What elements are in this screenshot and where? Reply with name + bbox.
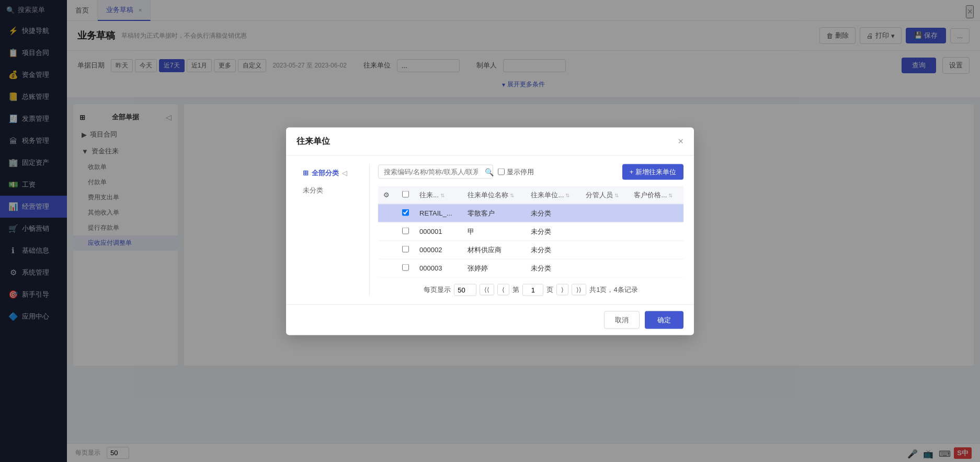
page-number-input[interactable]: [522, 284, 543, 296]
col-ops-header: ⚙: [378, 186, 397, 204]
row-category: 未分类: [526, 204, 580, 222]
modal-category-unclassified[interactable]: 未分类: [297, 182, 369, 198]
row-checkbox[interactable]: [402, 227, 409, 234]
modal-pagination: 每页显示 50 ⟨⟨ ⟨ 第 页 ⟩ ⟩⟩ 共1页，4条记录: [378, 284, 683, 296]
prev-page-button[interactable]: ⟨: [497, 284, 509, 296]
confirm-button[interactable]: 确定: [645, 311, 683, 329]
col-name-header: 往来单位名称⇅: [462, 186, 526, 204]
row-manager: [580, 204, 629, 222]
row-manager: [580, 259, 629, 277]
row-price: [629, 222, 683, 241]
modal-title: 往来单位: [297, 136, 330, 147]
row-num: [397, 259, 414, 277]
table-row[interactable]: RETAIL_... 零散客户 未分类: [378, 204, 683, 222]
add-partner-button[interactable]: + 新增往来单位: [622, 164, 683, 179]
per-page-label: 每页显示: [424, 285, 451, 295]
next-page-button[interactable]: ⟩: [556, 284, 568, 296]
per-page-select[interactable]: 50: [454, 284, 476, 296]
row-ops: [378, 241, 397, 259]
modal-header: 往来单位 ×: [286, 127, 694, 155]
modal-category-label: 未分类: [303, 186, 323, 194]
row-num: [397, 241, 414, 259]
row-name: 材料供应商: [462, 241, 526, 259]
row-ops: [378, 222, 397, 241]
modal-table-head: ⚙ 往来...⇅ 往来单位名称⇅ 往来单位...⇅ 分管人员⇅ 客户价格...⇅: [378, 186, 683, 204]
total-records-label: 共1页，4条记录: [589, 285, 637, 295]
show-disabled-checkbox[interactable]: [498, 168, 505, 175]
col-manager-header: 分管人员⇅: [580, 186, 629, 204]
page-of-label: 第: [512, 285, 519, 295]
page-unit-label: 页: [546, 285, 553, 295]
row-code: 000003: [414, 259, 462, 277]
table-row[interactable]: 000002 材料供应商 未分类: [378, 241, 683, 259]
col-category-header: 往来单位...⇅: [526, 186, 580, 204]
col-price-header: 客户价格...⇅: [629, 186, 683, 204]
row-category: 未分类: [526, 241, 580, 259]
modal-category-sidebar: ⊞ 全部分类 ◁ 未分类: [297, 164, 370, 296]
row-ops: [378, 204, 397, 222]
modal-sidebar-collapse[interactable]: ◁: [342, 169, 347, 177]
cancel-button[interactable]: 取消: [604, 311, 640, 329]
col-code-header: 往来...⇅: [414, 186, 462, 204]
row-num: [397, 204, 414, 222]
select-all-checkbox[interactable]: [402, 190, 409, 197]
row-checkbox[interactable]: [402, 264, 409, 271]
row-name: 零散客户: [462, 204, 526, 222]
modal-table: ⚙ 往来...⇅ 往来单位名称⇅ 往来单位...⇅ 分管人员⇅ 客户价格...⇅: [378, 186, 683, 277]
modal-search-input[interactable]: [378, 165, 493, 179]
row-ops: [378, 259, 397, 277]
row-category: 未分类: [526, 259, 580, 277]
modal-sidebar-header: ⊞ 全部分类 ◁: [297, 164, 369, 182]
grid-icon: ⊞: [303, 169, 309, 177]
row-price: [629, 204, 683, 222]
row-code: 000001: [414, 222, 462, 241]
modal-close-button[interactable]: ×: [678, 136, 683, 147]
last-page-button[interactable]: ⟩⟩: [572, 284, 586, 296]
row-price: [629, 241, 683, 259]
show-disabled-label: 显示停用: [498, 167, 534, 176]
modal-search-icon: 🔍: [485, 167, 494, 176]
row-num: [397, 222, 414, 241]
table-row[interactable]: 000003 张婷婷 未分类: [378, 259, 683, 277]
modal-toolbar: 🔍 显示停用 + 新增往来单位: [378, 164, 683, 179]
table-row[interactable]: 000001 甲 未分类: [378, 222, 683, 241]
modal-search-wrap: 🔍 显示停用: [378, 165, 534, 179]
row-category: 未分类: [526, 222, 580, 241]
modal-table-wrap: ⚙ 往来...⇅ 往来单位名称⇅ 往来单位...⇅ 分管人员⇅ 客户价格...⇅: [378, 186, 683, 277]
row-code: RETAIL_...: [414, 204, 462, 222]
row-checkbox[interactable]: [402, 209, 409, 216]
row-code: 000002: [414, 241, 462, 259]
row-name: 张婷婷: [462, 259, 526, 277]
modal-content: 🔍 显示停用 + 新增往来单位 ⚙ 往来...⇅ 往来单位名: [370, 164, 683, 296]
partner-modal: 往来单位 × ⊞ 全部分类 ◁ 未分类 🔍 显示停用: [286, 127, 694, 335]
row-manager: [580, 222, 629, 241]
modal-table-body: RETAIL_... 零散客户 未分类 000001: [378, 204, 683, 277]
modal-footer: 取消 确定: [286, 304, 694, 335]
col-check-header: [397, 186, 414, 204]
row-price: [629, 259, 683, 277]
row-manager: [580, 241, 629, 259]
first-page-button[interactable]: ⟨⟨: [480, 284, 494, 296]
row-checkbox[interactable]: [402, 245, 409, 252]
modal-body: ⊞ 全部分类 ◁ 未分类 🔍 显示停用 + 新增往来单位: [286, 155, 694, 304]
row-name: 甲: [462, 222, 526, 241]
modal-sidebar-title: 全部分类: [312, 168, 339, 177]
